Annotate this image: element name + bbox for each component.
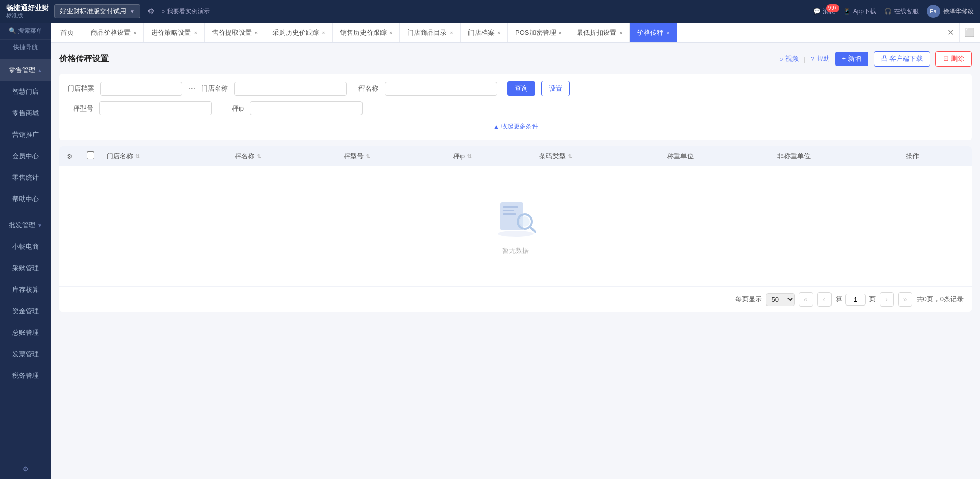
sidebar-item-label: 零售管理 — [9, 66, 35, 75]
store-file-input[interactable] — [100, 82, 182, 96]
prev-page-button[interactable]: ‹ — [817, 292, 832, 307]
sidebar-gear-button[interactable]: ⚙ — [0, 459, 51, 479]
store-file-ellipsis[interactable]: ··· — [188, 84, 195, 93]
message-button[interactable]: 💬 消息 99+ — [813, 7, 835, 16]
sidebar-item-purchase[interactable]: 采购管理 — [0, 257, 51, 279]
sidebar-item-wholesale[interactable]: 批发管理 ▼ — [0, 214, 51, 236]
empty-state-row: 暂无数据 — [59, 166, 972, 287]
sidebar-divider-2 — [0, 212, 51, 212]
th-settings[interactable]: ⚙ — [59, 146, 80, 166]
tab-close-icon[interactable]: × — [254, 30, 258, 36]
sidebar-item-general-ledger[interactable]: 总账管理 — [0, 322, 51, 343]
per-page-select[interactable]: 50 10 20 100 — [766, 293, 795, 306]
sort-icon[interactable]: ⇅ — [366, 153, 370, 159]
tab-label: 价格传秤 — [637, 28, 664, 37]
sidebar-item-label: 总账管理 — [12, 328, 39, 337]
tab-item-price-settings[interactable]: 商品价格设置 × — [83, 23, 144, 43]
delete-button[interactable]: ⊡ 删除 — [935, 51, 972, 67]
tab-close-icon[interactable]: × — [559, 30, 562, 36]
tab-close-icon[interactable]: × — [497, 30, 500, 36]
tab-close-icon[interactable]: × — [619, 30, 622, 36]
next-page-icon: › — [885, 295, 888, 303]
per-page-label: 每页显示 — [735, 295, 762, 304]
online-service-button[interactable]: 🎧 在线客服 — [884, 7, 919, 16]
tab-home[interactable]: 首页 — [51, 23, 83, 43]
tab-item-purchase-history[interactable]: 采购历史价跟踪 × — [265, 23, 332, 43]
sort-icon[interactable]: ⇅ — [568, 153, 572, 159]
tab-item-store-catalog[interactable]: 门店商品目录 × — [400, 23, 460, 43]
tab-item-price-scale[interactable]: 价格传秤 × — [630, 23, 677, 43]
tab-item-sales-history[interactable]: 销售历史价跟踪 × — [333, 23, 400, 43]
filter-row-1: 门店档案 ··· 门店名称 秤名称 查询 设置 — [68, 81, 964, 96]
sidebar-item-tax[interactable]: 税务管理 — [0, 365, 51, 386]
tab-maximize-button[interactable]: ⬜ — [959, 23, 980, 43]
query-button[interactable]: 查询 — [507, 81, 535, 96]
sidebar-item-marketing[interactable]: 营销推广 — [0, 124, 51, 145]
sidebar-item-inventory[interactable]: 库存核算 — [0, 279, 51, 300]
sort-icon[interactable]: ⇅ — [467, 153, 472, 159]
tab-label: POS加密管理 — [515, 28, 556, 37]
download-button[interactable]: 凸 客户端下载 — [874, 51, 931, 67]
sidebar-item-retail-stats[interactable]: 零售统计 — [0, 167, 51, 188]
sidebar-item-smart-store[interactable]: 智慧门店 — [0, 81, 51, 102]
store-name-input[interactable] — [234, 82, 347, 96]
sidebar-item-retail-mall[interactable]: 零售商城 — [0, 102, 51, 124]
video-link[interactable]: ○ 视频 — [779, 54, 799, 63]
next-page-button[interactable]: › — [880, 292, 894, 307]
tab-item-purchase-strategy[interactable]: 进价策略设置 × — [144, 23, 204, 43]
table-wrapper: ⚙ 门店名称 ⇅ 秤名称 — [59, 146, 972, 287]
tab-close-icon[interactable]: × — [133, 30, 136, 36]
sidebar-item-invoice[interactable]: 发票管理 — [0, 343, 51, 365]
tab-close-icon[interactable]: × — [389, 30, 392, 36]
search-menu-button[interactable]: 🔍 搜索菜单 — [0, 23, 51, 40]
tab-item-min-discount[interactable]: 最低折扣设置 × — [569, 23, 630, 43]
sort-icon[interactable]: ⇅ — [135, 153, 140, 159]
tab-close-icon[interactable]: × — [450, 30, 453, 36]
settings-button[interactable]: 设置 — [541, 81, 570, 96]
tab-item-sale-price[interactable]: 售价提取设置 × — [205, 23, 265, 43]
help-link[interactable]: ? 帮助 — [811, 54, 829, 63]
first-page-button[interactable]: « — [799, 292, 813, 307]
sidebar-arrow-retail: ▲ — [37, 68, 42, 73]
page-input[interactable] — [845, 294, 866, 306]
user-menu[interactable]: Ea 徐泽华修改 — [927, 5, 974, 18]
version-dropdown[interactable]: 好业财标准版交付试用 ▼ — [54, 4, 140, 18]
settings-gear-icon[interactable]: ⚙ — [145, 5, 156, 18]
app-download-button[interactable]: 📱 App下载 — [843, 7, 876, 16]
sort-icon[interactable]: ⇅ — [257, 153, 261, 159]
sidebar-item-member[interactable]: 会员中心 — [0, 145, 51, 167]
collapse-button[interactable]: ▲ 收起更多条件 — [68, 120, 964, 133]
th-checkbox[interactable] — [80, 146, 100, 166]
th-label: 非称重单位 — [777, 152, 811, 160]
filter-card: 门店档案 ··· 门店名称 秤名称 查询 设置 — [59, 74, 972, 140]
settings-button-label: 设置 — [549, 84, 562, 93]
sidebar-item-label: 零售统计 — [12, 173, 39, 182]
demo-label: 我要看实例演示 — [167, 7, 210, 16]
tab-close-icon[interactable]: × — [322, 30, 325, 36]
add-button[interactable]: + 新增 — [835, 52, 868, 66]
scale-model-label: 秤型号 — [68, 104, 93, 113]
scale-ip-input[interactable] — [250, 101, 363, 115]
help-label: 帮助 — [817, 54, 830, 63]
th-label: 秤ip — [453, 152, 465, 160]
tab-item-store-file[interactable]: 门店档案 × — [461, 23, 508, 43]
last-page-button[interactable]: » — [898, 292, 912, 307]
tab-close-icon[interactable]: × — [666, 30, 669, 36]
logo-sub: 标准版 — [6, 12, 49, 19]
tab-bar: 首页 商品价格设置 × 进价策略设置 × 售价提取设置 × 采购历史价跟踪 × … — [51, 23, 980, 43]
tab-item-pos[interactable]: POS加密管理 × — [508, 23, 569, 43]
sidebar-item-ecommerce[interactable]: 小畅电商 — [0, 236, 51, 257]
scale-name-input[interactable] — [385, 82, 497, 96]
settings-icon: ⚙ — [67, 153, 73, 160]
demo-link[interactable]: ○ 我要看实例演示 — [161, 7, 210, 16]
sidebar-item-help[interactable]: 帮助中心 — [0, 188, 51, 210]
sidebar-item-retail-management[interactable]: 零售管理 ▲ — [0, 59, 51, 81]
quick-nav-button[interactable]: 快捷导航 — [0, 40, 51, 55]
chevron-down-icon: ▼ — [130, 9, 135, 14]
select-all-checkbox[interactable] — [87, 151, 94, 159]
tab-close-all-button[interactable]: ✕ — [942, 23, 959, 43]
tab-close-icon[interactable]: × — [194, 30, 197, 36]
sidebar-item-finance[interactable]: 资金管理 — [0, 300, 51, 322]
scale-model-input[interactable] — [99, 101, 212, 115]
online-service-label: 在线客服 — [894, 7, 919, 16]
